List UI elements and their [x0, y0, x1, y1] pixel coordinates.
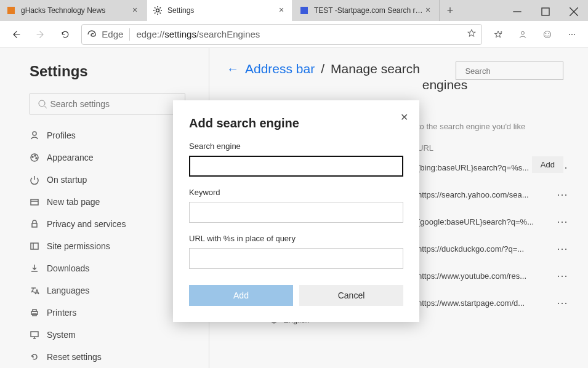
engine-url: https://www.startpage.com/d... — [417, 298, 554, 308]
svg-point-8 — [544, 31, 550, 38]
forward-button[interactable] — [28, 22, 53, 47]
sidebar-item-downloads[interactable]: Downloads — [30, 257, 185, 279]
edge-label: Edge — [102, 29, 123, 39]
svg-point-20 — [36, 158, 37, 159]
sidebar-item-label: Languages — [47, 286, 89, 295]
svg-point-13 — [574, 34, 575, 35]
engines-search-input[interactable] — [465, 66, 568, 76]
svg-point-7 — [522, 31, 525, 34]
svg-point-18 — [32, 156, 33, 158]
svg-rect-0 — [7, 7, 15, 14]
sidebar-item-languages[interactable]: Languages — [30, 279, 185, 302]
cancel-button[interactable]: Cancel — [299, 285, 403, 306]
search-icon — [38, 99, 47, 109]
sidebar-item-label: Privacy and services — [47, 219, 126, 229]
sidebar-item-privacy[interactable]: Privacy and services — [30, 213, 185, 235]
sidebar-item-system[interactable]: System — [30, 324, 185, 346]
engine-url: https://www.youtube.com/res... — [417, 271, 554, 281]
url-text: edge://settings/searchEngines — [136, 29, 260, 39]
sidebar-item-label: Site permissions — [47, 241, 110, 251]
svg-point-10 — [549, 33, 549, 33]
profile-button[interactable] — [510, 22, 535, 47]
add-button[interactable]: Add — [189, 285, 293, 306]
close-icon[interactable]: × — [130, 6, 140, 15]
minimize-button[interactable] — [503, 2, 531, 21]
feedback-button[interactable] — [535, 22, 560, 47]
tab-label: gHacks Technology News — [21, 6, 130, 15]
search-engine-input[interactable] — [189, 156, 403, 177]
svg-point-1 — [156, 9, 159, 12]
dialog-title: Add search engine — [189, 116, 403, 130]
reset-icon — [30, 352, 47, 362]
svg-rect-23 — [32, 223, 37, 227]
sidebar-item-label: On startup — [47, 175, 87, 185]
engine-url: {google:baseURL}search?q=%... — [417, 217, 554, 226]
sidebar-item-label: Reset settings — [47, 352, 102, 362]
more-icon[interactable]: ⋯ — [554, 188, 571, 201]
address-bar[interactable]: Edge edge://settings/searchEngines — [81, 24, 482, 45]
svg-rect-24 — [31, 243, 38, 249]
favorite-icon[interactable] — [467, 28, 477, 41]
sidebar-item-label: Appearance — [47, 153, 94, 162]
toolbar: Edge edge://settings/searchEngines — [0, 21, 588, 48]
svg-line-15 — [44, 106, 47, 108]
column-url-header: URL — [417, 143, 571, 153]
tab-label: Settings — [167, 6, 276, 15]
sidebar-item-label: System — [47, 330, 76, 340]
maximize-button[interactable] — [531, 2, 560, 21]
new-tab-button[interactable]: + — [440, 0, 461, 21]
add-engine-button[interactable]: Add — [532, 156, 563, 173]
sidebar-item-profiles[interactable]: Profiles — [30, 124, 185, 146]
svg-rect-27 — [33, 310, 36, 311]
more-icon[interactable]: ⋯ — [554, 215, 571, 228]
tab-icon — [30, 197, 47, 207]
tab-startpage[interactable]: TEST -Startpage.com Search resu × — [293, 0, 440, 21]
sidebar-item-label: Profiles — [47, 130, 76, 140]
sidebar-item-label: New tab page — [47, 197, 100, 207]
more-icon[interactable]: ⋯ — [554, 242, 571, 255]
svg-point-9 — [546, 33, 546, 33]
label-search-engine: Search engine — [189, 142, 403, 151]
search-settings-input[interactable] — [50, 99, 177, 109]
add-search-engine-dialog: ✕ Add search engine Search engine Keywor… — [173, 100, 419, 322]
tab-ghacks[interactable]: gHacks Technology News × — [0, 0, 147, 21]
label-url: URL with %s in place of query — [189, 234, 403, 243]
sidebar-item-printers[interactable]: Printers — [30, 302, 185, 324]
back-button[interactable] — [4, 22, 28, 47]
system-icon — [30, 330, 47, 340]
menu-button[interactable] — [560, 22, 584, 47]
more-icon[interactable]: ⋯ — [554, 296, 571, 310]
refresh-button[interactable] — [53, 22, 78, 47]
keyword-input[interactable] — [189, 202, 403, 223]
breadcrumb-link[interactable]: Address bar — [245, 62, 315, 76]
engines-search[interactable] — [456, 62, 563, 80]
close-icon[interactable]: × — [276, 6, 286, 15]
close-icon[interactable]: ✕ — [400, 111, 408, 123]
titlebar: gHacks Technology News × Settings × TEST… — [0, 0, 588, 21]
sidebar-item-reset[interactable]: Reset settings — [30, 346, 185, 368]
svg-point-16 — [33, 132, 36, 135]
breadcrumb-sep: / — [321, 62, 324, 76]
sidebar-item-appearance[interactable]: Appearance — [30, 146, 185, 169]
svg-rect-29 — [31, 332, 38, 337]
language-icon — [30, 286, 47, 295]
tab-label: TEST -Startpage.com Search resu — [314, 6, 423, 15]
sidebar-item-site-permissions[interactable]: Site permissions — [30, 235, 185, 257]
url-input[interactable] — [189, 248, 403, 269]
tab-settings[interactable]: Settings × — [147, 0, 293, 21]
edge-icon: Edge — [87, 29, 123, 39]
sidebar-item-startup[interactable]: On startup — [30, 169, 185, 191]
close-window-button[interactable] — [560, 2, 588, 21]
gear-icon — [153, 6, 163, 15]
search-settings[interactable] — [30, 94, 185, 114]
favorites-button[interactable] — [486, 22, 510, 47]
hint-text: to the search engine you'd like — [417, 122, 571, 131]
page-title: Settings — [30, 63, 185, 80]
close-icon[interactable]: × — [423, 6, 433, 15]
svg-rect-21 — [31, 199, 38, 205]
back-arrow-icon[interactable]: ← — [227, 62, 239, 76]
more-icon[interactable]: ⋯ — [554, 269, 571, 282]
sidebar-item-newtab[interactable]: New tab page — [30, 191, 185, 213]
engine-url: https://search.yahoo.com/sea... — [417, 190, 554, 199]
window-controls — [503, 2, 588, 21]
